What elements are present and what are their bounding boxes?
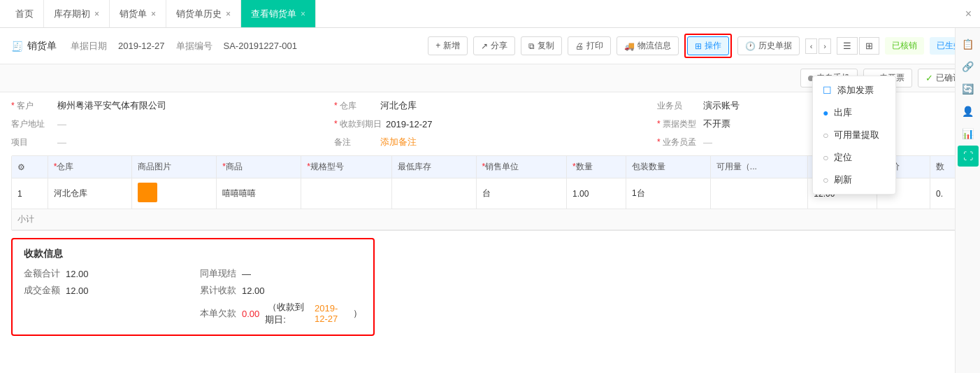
sidebar-expand-icon[interactable]: ⛶ (958, 146, 979, 167)
payment-section: 收款信息 金额合计 12.00 成交金额 12.00 同单现结 — (11, 238, 375, 336)
grid-view-button[interactable]: ⊞ (859, 37, 879, 55)
tab-sales-order[interactable]: 销货单 × (110, 0, 166, 27)
cell-pack-qty: 1台 (626, 178, 710, 209)
salesperson2-label: 业务员孟 (657, 136, 699, 148)
col-unit: *销售单位 (476, 156, 567, 178)
form-meta: 单据日期 2019-12-27 单据编号 SA-20191227-001 (71, 40, 428, 52)
tab-bar-close-all[interactable]: × (965, 8, 972, 20)
same-order-value: — (242, 269, 251, 279)
close-sales-history[interactable]: × (226, 9, 231, 19)
locate-icon: ○ (823, 152, 828, 163)
customer-value: 柳州粤港平安气体有限公司 (57, 99, 166, 112)
print-button[interactable]: 🖨 打印 (568, 36, 611, 55)
warehouse-field: 仓库 河北仓库 (334, 99, 646, 112)
product-image (138, 183, 157, 202)
salesperson-label: 业务员 (657, 100, 699, 112)
payment-grid: 金额合计 12.00 成交金额 12.00 同单现结 — 累计收款 (24, 267, 362, 326)
cell-product: 嘻嘻嘻嘻 (217, 178, 301, 209)
prev-button[interactable]: ‹ (805, 38, 818, 54)
project-label: 项目 (11, 136, 53, 148)
dropdown-locate[interactable]: ○ 定位 (813, 146, 895, 169)
owe-due-date: 2019-12-27 (315, 303, 347, 324)
outbound-label: 出库 (834, 106, 852, 119)
current-owe-label: 本单欠款 (200, 307, 236, 320)
share-button[interactable]: ↗ 分享 (473, 36, 515, 55)
note-label: 备注 (334, 136, 376, 148)
close-inventory-init[interactable]: × (94, 9, 99, 19)
payment-title: 收款信息 (24, 248, 362, 260)
close-sales-order[interactable]: × (151, 9, 156, 19)
operations-highlight: ⊞ 操作 (684, 34, 732, 58)
col-product-img: 商品图片 (132, 156, 217, 178)
bill-type-label: 票据类型 (657, 118, 699, 130)
dropdown-available[interactable]: ○ 可用量提取 (813, 124, 895, 146)
outbound-icon: ● (823, 107, 828, 118)
col-qty: *数量 (567, 156, 626, 178)
deal-amount-label: 成交金额 (24, 284, 60, 297)
col-warehouse: *仓库 (48, 156, 132, 178)
address-value: — (57, 119, 66, 129)
add-invoice-label: 添加发票 (837, 84, 874, 97)
form-title: 销货单 (27, 40, 57, 52)
deal-amount-row: 成交金额 12.00 (24, 284, 186, 297)
toolbar: + 新增 ↗ 分享 ⧉ 复制 🖨 打印 🚚 物流信息 (428, 34, 969, 58)
same-order-label: 同单现结 (200, 267, 236, 280)
dropdown-outbound[interactable]: ● 出库 (813, 101, 895, 124)
copy-icon: ⧉ (528, 41, 535, 51)
dropdown-refresh[interactable]: ○ 刷新 (813, 169, 895, 191)
sidebar-user-icon[interactable]: 👤 (958, 101, 979, 122)
col-pack-qty: 包装数量 (626, 156, 710, 178)
customer-field: 客户 柳州粤港平安气体有限公司 (11, 99, 323, 112)
available-icon: ○ (823, 129, 828, 141)
date-label: 单据日期 (71, 40, 107, 52)
locate-label: 定位 (834, 151, 852, 164)
project-field: 项目 — (11, 136, 323, 148)
tab-home[interactable]: 首页 (6, 0, 44, 27)
cell-warehouse: 河北仓库 (48, 178, 132, 209)
refresh-icon: ○ (823, 174, 828, 185)
copy-button[interactable]: ⧉ 复制 (521, 36, 562, 55)
add-note-button[interactable]: 添加备注 (380, 136, 417, 148)
available-label: 可用量提取 (834, 129, 879, 141)
form-header: 🧾 销货单 单据日期 2019-12-27 单据编号 SA-20191227-0… (0, 28, 980, 64)
sidebar-sync-icon[interactable]: 🔄 (958, 78, 979, 99)
sidebar-form-icon[interactable]: 📋 (958, 34, 979, 55)
dropdown-add-invoice[interactable]: ☐ 添加发票 (813, 79, 895, 101)
main-content: 🧾 销货单 单据日期 2019-12-27 单据编号 SA-20191227-0… (0, 28, 980, 373)
col-spec: *规格型号 (301, 156, 392, 178)
operations-icon: ⊞ (695, 41, 702, 51)
bill-type-value: 不开票 (703, 118, 730, 130)
sidebar-chart-icon[interactable]: 📊 (958, 123, 979, 144)
address-label: 客户地址 (11, 118, 53, 130)
tab-inventory-init[interactable]: 库存期初 × (44, 0, 110, 27)
operations-button[interactable]: ⊞ 操作 (687, 36, 729, 55)
cell-min-stock (391, 178, 476, 209)
next-button[interactable]: › (819, 38, 831, 54)
status-sold: 已核销 (885, 37, 924, 55)
total-value: 12.00 (66, 269, 89, 279)
payment-col-left: 金额合计 12.00 成交金额 12.00 (24, 267, 186, 326)
tab-sales-history[interactable]: 销货单历史 × (166, 0, 241, 27)
cell-unit: 台 (476, 178, 567, 209)
no-value: SA-20191227-001 (224, 41, 298, 51)
list-view-button[interactable]: ☰ (837, 37, 858, 55)
owe-note: （收款到期日: (265, 301, 309, 326)
col-settings[interactable]: ⚙ (12, 156, 48, 178)
cell-no: 1 (12, 178, 48, 209)
current-owe-value: 0.00 (242, 309, 259, 319)
logistics-button[interactable]: 🚚 物流信息 (617, 36, 679, 55)
history-button[interactable]: 🕐 历史单据 (737, 36, 800, 55)
salesperson2-value: — (703, 137, 712, 148)
cumulative-value: 12.00 (242, 286, 265, 296)
add-button[interactable]: + 新增 (428, 36, 467, 55)
col-min-stock: 最低库存 (391, 156, 476, 178)
note-field: 备注 添加备注 (334, 136, 646, 148)
date-value: 2019-12-27 (118, 41, 165, 51)
tab-view-sales[interactable]: 查看销货单 × (241, 0, 316, 27)
print-icon: 🖨 (575, 41, 584, 51)
close-view-sales[interactable]: × (301, 9, 305, 19)
cumulative-label: 累计收款 (200, 284, 236, 297)
warehouse-value: 河北仓库 (380, 99, 417, 112)
logistics-icon: 🚚 (624, 41, 635, 51)
sidebar-link-icon[interactable]: 🔗 (958, 56, 979, 77)
